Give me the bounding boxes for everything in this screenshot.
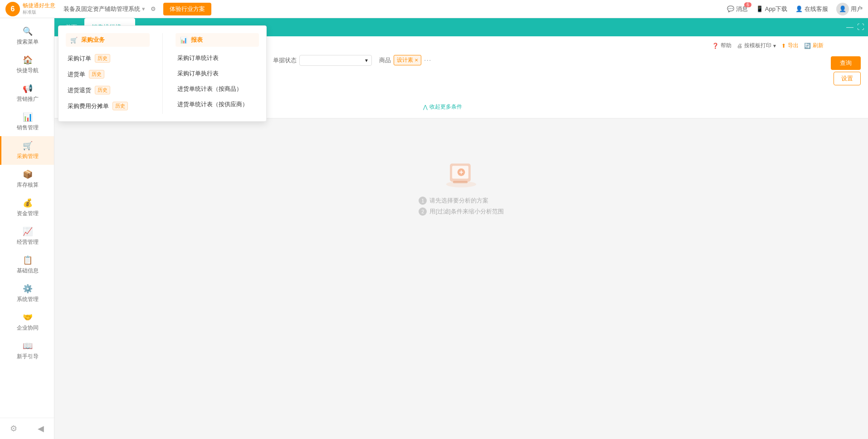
- avatar: 👤: [836, 3, 849, 15]
- sidebar-item-finance[interactable]: 💰 资金管理: [0, 193, 54, 222]
- empty-tip-2: 2 用[过滤]条件来缩小分析范围: [419, 207, 503, 216]
- menu-item-purchase-order-label: 采购订单: [68, 54, 91, 63]
- app-download-label: App下载: [765, 5, 787, 13]
- history-tag-purchase-order: 历史: [95, 54, 110, 63]
- tab-minimize-icon[interactable]: —: [846, 23, 853, 31]
- collapse-label: 收起更多条件: [429, 103, 462, 111]
- sidebar-label-finance: 资金管理: [17, 210, 39, 217]
- help-btn[interactable]: ❓ 帮助: [712, 42, 731, 49]
- purchase-col-label: 采购业务: [81, 36, 105, 44]
- collapse-btn[interactable]: ⋀ 收起更多条件: [423, 103, 462, 111]
- menu-item-inbound-stats-supplier-label: 进货单统计表（按供应商）: [177, 100, 248, 109]
- goods-dots[interactable]: ···: [424, 56, 431, 64]
- sidebar-item-nav[interactable]: 🏠 快捷导航: [0, 50, 54, 79]
- logo-sub: 标准版: [23, 9, 55, 15]
- inventory-icon: 📦: [23, 169, 33, 179]
- sales-icon: 📊: [23, 112, 33, 122]
- sidebar-label-marketing: 营销推广: [17, 95, 39, 103]
- sidebar-label-basic-info: 基础信息: [17, 267, 39, 275]
- svg-rect-6: [453, 181, 468, 183]
- logo-icon: 6: [5, 2, 20, 16]
- sidebar-item-marketing[interactable]: 📢 营销推广: [0, 79, 54, 108]
- app-download-btn[interactable]: 📱 App下载: [756, 5, 787, 13]
- tip-num-2: 2: [419, 207, 427, 216]
- collapse-sidebar-icon[interactable]: ◀: [38, 424, 44, 434]
- search-icon: 🔍: [23, 26, 33, 36]
- message-btn[interactable]: 💬 消息 6: [727, 5, 748, 13]
- sidebar-label-system: 系统管理: [17, 296, 39, 303]
- query-button[interactable]: 查询: [831, 56, 861, 70]
- sidebar-item-guide[interactable]: 📖 新手引导: [0, 336, 54, 365]
- menu-item-purchase-order[interactable]: 采购订单 历史: [66, 50, 150, 66]
- report-col-label: 报表: [191, 36, 203, 44]
- print-label: 按模板打印: [744, 42, 771, 49]
- dropdown-arrow-icon[interactable]: ▾: [142, 5, 145, 12]
- system-icon: ⚙️: [23, 284, 33, 294]
- tab-maximize-icon[interactable]: ⛶: [857, 23, 864, 31]
- sidebar-item-enterprise[interactable]: 🤝 企业协同: [0, 308, 54, 336]
- guide-icon: 📖: [23, 341, 33, 351]
- sidebar-label-operations: 经营管理: [17, 238, 39, 246]
- history-tag-inbound: 历史: [89, 70, 104, 79]
- select-arrow-icon: ▾: [365, 57, 368, 64]
- user-btn[interactable]: 👤 用户: [836, 3, 863, 15]
- menu-item-purchase-order-stats-label: 采购订单统计表: [177, 54, 219, 62]
- home-icon: 🏠: [23, 55, 33, 65]
- voucher-status-select[interactable]: ▾: [299, 55, 372, 66]
- user-label: 用户: [851, 5, 863, 13]
- basic-info-icon: 📋: [23, 255, 33, 265]
- refresh-icon: 🔄: [804, 43, 811, 49]
- finance-icon: 💰: [23, 198, 33, 208]
- sidebar-item-inventory[interactable]: 📦 库存核算: [0, 165, 54, 193]
- sidebar-item-operations[interactable]: 📈 经营管理: [0, 222, 54, 251]
- enterprise-icon: 🤝: [23, 312, 33, 322]
- export-btn[interactable]: ⬆ 导出: [781, 42, 799, 49]
- goods-tag-close-icon[interactable]: ✕: [414, 58, 418, 63]
- topbar-right: 💬 消息 6 📱 App下载 👤 在线客服 👤 用户: [727, 3, 863, 15]
- sidebar-label-nav: 快捷导航: [17, 67, 39, 74]
- sidebar-item-system[interactable]: ⚙️ 系统管理: [0, 279, 54, 308]
- menu-item-purchase-order-stats[interactable]: 采购订单统计表: [176, 50, 259, 66]
- sidebar-item-search[interactable]: 🔍 搜索菜单: [0, 22, 54, 50]
- refresh-label: 刷新: [813, 42, 824, 49]
- empty-tip-1: 1 请先选择要分析的方案: [419, 197, 503, 205]
- goods-field: 商品 设计素 ✕ ···: [379, 55, 431, 65]
- gear-icon[interactable]: ⚙: [151, 5, 156, 12]
- history-tag-purchase-expense: 历史: [112, 102, 128, 110]
- report-col: 📊 报表 采购订单统计表 采购订单执行表 进货单统计表（按商品） 进货单统计表（…: [176, 33, 259, 114]
- report-col-icon: 📊: [180, 37, 187, 44]
- message-icon: 💬: [727, 5, 734, 12]
- menu-item-inbound-label: 进货单: [68, 70, 85, 79]
- menu-item-inbound[interactable]: 进货单 历史: [66, 66, 150, 82]
- menu-item-inbound-return[interactable]: 进货退货 历史: [66, 82, 150, 98]
- phone-icon: 📱: [756, 5, 763, 12]
- topbar: 6 畅捷通好生意 标准版 装备及固定资产辅助管理系统 ▾ ⚙ 体验行业方案 💬 …: [0, 0, 868, 18]
- menu-item-inbound-stats-supplier[interactable]: 进货单统计表（按供应商）: [176, 97, 259, 112]
- sidebar-label-purchase: 采购管理: [17, 153, 39, 160]
- voucher-status-label: 单据状态: [273, 56, 297, 64]
- sidebar-label-enterprise: 企业协同: [17, 324, 39, 332]
- empty-state: 1 请先选择要分析的方案 2 用[过滤]条件来缩小分析范围: [54, 118, 868, 252]
- set-button[interactable]: 设置: [834, 72, 861, 85]
- purchase-icon: 🛒: [23, 141, 33, 151]
- goods-tag[interactable]: 设计素 ✕: [394, 55, 421, 65]
- menu-item-inbound-stats-goods[interactable]: 进货单统计表（按商品）: [176, 81, 259, 97]
- purchase-col-icon: 🛒: [70, 37, 78, 44]
- menu-item-purchase-expense[interactable]: 采购费用分摊单 历史: [66, 98, 150, 114]
- online-service-btn[interactable]: 👤 在线客服: [795, 5, 828, 13]
- industry-btn[interactable]: 体验行业方案: [163, 3, 211, 15]
- menu-item-inbound-return-label: 进货退货: [68, 86, 91, 94]
- empty-tips: 1 请先选择要分析的方案 2 用[过滤]条件来缩小分析范围: [419, 197, 503, 216]
- system-title: 装备及固定资产辅助管理系统: [63, 5, 140, 13]
- voucher-status-field: 单据状态 ▾: [273, 55, 372, 66]
- sidebar-item-basic-info[interactable]: 📋 基础信息: [0, 251, 54, 279]
- settings-icon[interactable]: ⚙: [10, 424, 17, 434]
- tip-text-1: 请先选择要分析的方案: [429, 197, 488, 205]
- print-btn[interactable]: 🖨 按模板打印 ▾: [737, 42, 776, 49]
- refresh-btn[interactable]: 🔄 刷新: [804, 42, 824, 49]
- menu-item-purchase-order-exec[interactable]: 采购订单执行表: [176, 66, 259, 81]
- sidebar-item-purchase[interactable]: 🛒 采购管理: [0, 136, 54, 165]
- sidebar-item-sales[interactable]: 📊 销售管理: [0, 108, 54, 136]
- sidebar-bottom: ⚙ ◀: [0, 418, 54, 439]
- sidebar-label-guide: 新手引导: [17, 353, 39, 360]
